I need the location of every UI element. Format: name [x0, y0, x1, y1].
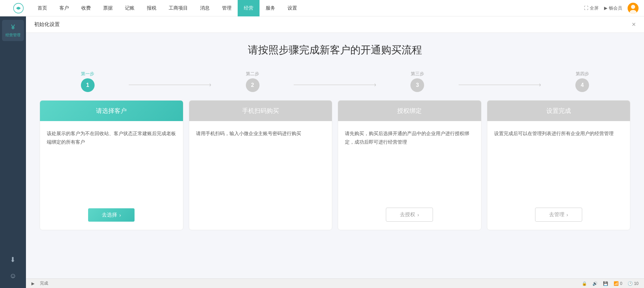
- fullscreen-icon: ⛶: [584, 5, 588, 11]
- steps-indicator: 第一步 1 › 第二步 2 ›: [40, 71, 630, 92]
- nav-bookkeeping[interactable]: 记账: [119, 0, 141, 16]
- nav-operation[interactable]: 经营: [238, 0, 260, 16]
- cards-row: 请选择客户 该处展示的客户为不在回收站、客户状态正常建账后完成老板端绑定的所有客…: [40, 100, 630, 230]
- save-icon: 💾: [603, 281, 608, 286]
- volume-icon: 🔊: [592, 281, 598, 286]
- member-btn[interactable]: ▶ 畅会员: [604, 5, 622, 11]
- step-1-label: 第一步: [81, 71, 94, 77]
- step-4-label: 第四步: [576, 71, 589, 77]
- logo: [5, 3, 31, 14]
- card-2-header: 手机扫码购买: [189, 101, 332, 121]
- card-4: 设置完成 设置完成后可以在管理列表进行所有企业用户的经营管理 去管理 ›: [487, 100, 631, 230]
- card-2-body: 请用手机扫码，输入小微企业主账号密码进行购买: [189, 121, 332, 216]
- nav-tax[interactable]: 报税: [141, 0, 163, 16]
- connector-line-3: [459, 84, 540, 85]
- fullscreen-btn[interactable]: ⛶ 全屏: [584, 5, 599, 11]
- sidebar-bottom: ⬇ ☺: [7, 253, 19, 288]
- nav-home[interactable]: 首页: [31, 0, 53, 16]
- step-3: 第三步 3: [376, 71, 459, 92]
- top-nav: 首页 客户 收费 票据 记账 报税 工商项目 消息 管理 经营 服务 设置 ⛶ …: [0, 0, 644, 16]
- page-title: 初始化设置: [34, 21, 60, 28]
- play-icon: ▶: [604, 5, 607, 11]
- step-2-circle: 2: [246, 78, 260, 92]
- nav-service[interactable]: 服务: [260, 0, 281, 16]
- sidebar-item-operation[interactable]: ¥ 经营管理: [2, 20, 24, 41]
- lock-icon: 🔒: [582, 281, 587, 286]
- step-3-circle: 3: [410, 78, 424, 92]
- avatar[interactable]: [628, 3, 639, 14]
- svg-point-2: [631, 5, 635, 9]
- card-1-btn-label: 去选择: [102, 212, 117, 218]
- fullscreen-label: 全屏: [590, 5, 599, 11]
- step-2-label: 第二步: [246, 71, 259, 77]
- close-button[interactable]: ×: [632, 21, 636, 28]
- nav-business[interactable]: 工商项目: [163, 0, 194, 16]
- card-3-btn-label: 去授权: [400, 211, 415, 218]
- card-3-header: 授权绑定: [338, 101, 481, 121]
- main-content: 请按照步骤完成新客户的开通购买流程 第一步 1 › 第二步 2: [26, 33, 644, 278]
- card-4-button[interactable]: 去管理 ›: [535, 208, 582, 222]
- step-4: 第四步 4: [541, 71, 624, 92]
- card-4-header: 设置完成: [487, 101, 630, 121]
- status-right: 🔒 🔊 💾 📶 0 🕐 10: [582, 281, 639, 286]
- flow-title: 请按照步骤完成新客户的开通购买流程: [40, 43, 630, 57]
- card-1-body: 该处展示的客户为不在回收站、客户状态正常建账后完成老板端绑定的所有客户: [40, 121, 183, 203]
- nav-right: ⛶ 全屏 ▶ 畅会员: [584, 3, 639, 14]
- card-3-button[interactable]: 去授权 ›: [386, 208, 433, 222]
- content-area: 初始化设置 × 请按照步骤完成新客户的开通购买流程 第一步 1 ›: [26, 16, 644, 288]
- step-1: 第一步 1: [46, 71, 129, 92]
- card-1-header: 请选择客户: [40, 101, 183, 121]
- step-4-circle: 4: [575, 78, 589, 92]
- card-4-body: 设置完成后可以在管理列表进行所有企业用户的经营管理: [487, 121, 630, 202]
- play-status-icon: ▶: [31, 281, 34, 286]
- nav-manage[interactable]: 管理: [216, 0, 238, 16]
- card-4-btn-arrow: ›: [566, 212, 568, 218]
- support-icon[interactable]: ☺: [7, 269, 19, 283]
- card-3-footer: 去授权 ›: [338, 202, 481, 230]
- card-1-footer: 去选择 ›: [40, 203, 183, 230]
- connector-line-1: [129, 84, 210, 85]
- card-3-btn-arrow: ›: [417, 212, 419, 218]
- content-header: 初始化设置 ×: [26, 16, 644, 33]
- nav-customer[interactable]: 客户: [53, 0, 75, 16]
- card-1-button[interactable]: 去选择 ›: [88, 208, 135, 222]
- nav-fee[interactable]: 收费: [75, 0, 97, 16]
- main-layout: ¥ 经营管理 ⬇ ☺ 初始化设置 × 请按照步骤完成新客户的开通购买流程 第一步…: [0, 16, 644, 288]
- step-2: 第二步 2: [211, 71, 294, 92]
- sidebar: ¥ 经营管理 ⬇ ☺: [0, 16, 26, 288]
- download-icon[interactable]: ⬇: [7, 253, 18, 266]
- status-bar: ▶ 完成 🔒 🔊 💾 📶 0 🕐 10: [26, 278, 644, 288]
- nav-bill[interactable]: 票据: [97, 0, 119, 16]
- step-3-label: 第三步: [411, 71, 424, 77]
- card-1-btn-arrow: ›: [119, 212, 121, 218]
- nav-settings[interactable]: 设置: [281, 0, 303, 16]
- connector-line-2: [294, 84, 375, 85]
- yen-icon: ¥: [11, 23, 15, 31]
- card-2-footer: [189, 216, 332, 230]
- card-2: 手机扫码购买 请用手机扫码，输入小微企业主账号密码进行购买: [189, 100, 333, 230]
- card-4-btn-label: 去管理: [549, 211, 564, 218]
- card-4-footer: 去管理 ›: [487, 202, 630, 230]
- status-text: 完成: [40, 280, 48, 286]
- clock-status: 🕐 10: [628, 281, 639, 286]
- card-3: 授权绑定 请先购买，购买后选择开通的产品中的企业用户进行授权绑定，成功后即可进行…: [338, 100, 481, 230]
- card-1: 请选择客户 该处展示的客户为不在回收站、客户状态正常建账后完成老板端绑定的所有客…: [40, 100, 183, 230]
- member-label: 畅会员: [609, 5, 622, 11]
- connector-3: ›: [459, 81, 541, 88]
- nav-message[interactable]: 消息: [194, 0, 216, 16]
- connector-1: ›: [129, 81, 211, 88]
- step-1-circle: 1: [81, 78, 95, 92]
- sidebar-item-label: 经营管理: [5, 32, 20, 38]
- connector-2: ›: [294, 81, 376, 88]
- card-3-body: 请先购买，购买后选择开通的产品中的企业用户进行授权绑定，成功后即可进行经营管理: [338, 121, 481, 202]
- network-status: 📶 0: [614, 281, 622, 286]
